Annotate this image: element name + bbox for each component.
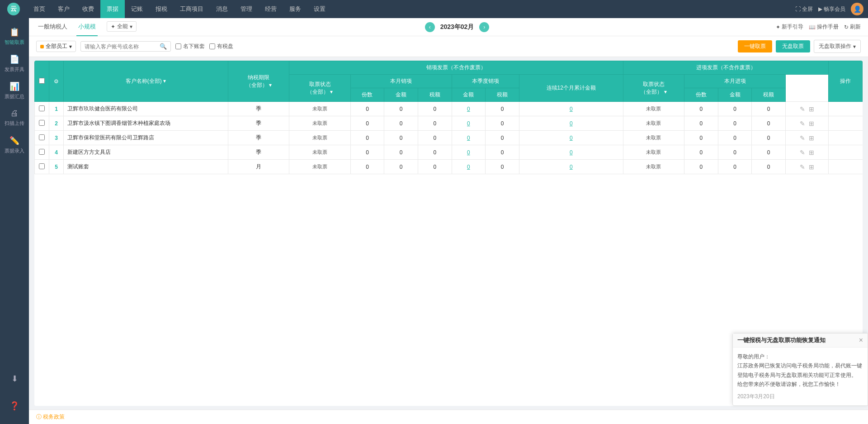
row-month-shares-0: 0 <box>350 102 384 116</box>
th-fetch-status-purchase: 取票状态（全部） ▾ <box>623 75 684 102</box>
edit-icon-2[interactable]: ✎ <box>800 134 805 142</box>
row-fetch1-1: 未取票 <box>289 116 350 131</box>
logo: 云 <box>5 0 23 18</box>
nav-item-报税[interactable]: 报税 <box>149 0 174 18</box>
tab-chevron: ▾ <box>130 24 132 30</box>
th-quarter-amount: 金额 <box>452 88 486 102</box>
row-period-3: 季 <box>228 145 289 160</box>
my-accounts-checkbox[interactable]: 名下账套 <box>175 43 205 50</box>
tax-policy-link[interactable]: ⓘ 税务政策 <box>36 413 65 421</box>
row-in-shares-3: 0 <box>684 145 718 160</box>
current-month: 2023年02月 <box>440 23 474 31</box>
nav-item-消息[interactable]: 消息 <box>210 0 234 18</box>
th-month-amount: 金额 <box>384 88 418 102</box>
sidebar-item-0[interactable]: 📋智能取票 <box>0 23 29 50</box>
edit-icon-4[interactable]: ✎ <box>800 163 805 171</box>
th-purchase-group: 进项发票（不含作废票） <box>623 61 828 75</box>
user-avatar[interactable]: 👤 <box>851 3 863 15</box>
nav-items: 首页客户收费票据记账报税工商项目消息管理经营服务设置 <box>27 0 795 18</box>
sidebar-bottom-icon-1: ❓ <box>9 401 19 411</box>
row-checkbox-3[interactable] <box>35 145 49 160</box>
row-actions-2: ✎ ⊞ <box>785 131 828 145</box>
edit-icon-3[interactable]: ✎ <box>800 149 805 156</box>
row-actions-3: ✎ ⊞ <box>785 145 828 160</box>
row-month-tax-1: 0 <box>418 116 452 131</box>
th-month-shares: 份数 <box>350 88 384 102</box>
prev-month-btn[interactable]: ‹ <box>425 22 435 32</box>
search-box: 🔍 <box>80 41 171 52</box>
row-quarter-amount-0: 0 <box>452 102 486 116</box>
nav-item-设置[interactable]: 设置 <box>307 0 332 18</box>
no-disk-ops-btn[interactable]: 无盘取票操作 ▾ <box>814 40 861 53</box>
nav-item-票据[interactable]: 票据 <box>100 0 125 18</box>
toolbar: 全部员工 ▾ 🔍 名下账套 有税盘 一键取票 无盘取票 无盘取票操作 ▾ <box>29 36 868 57</box>
search-input[interactable] <box>85 43 157 50</box>
row-num-3: 4 <box>49 145 64 160</box>
detail-icon-4[interactable]: ⊞ <box>809 163 814 171</box>
no-disk-fetch-btn[interactable]: 无盘取票 <box>776 40 810 52</box>
nav-item-记账[interactable]: 记账 <box>125 0 149 18</box>
row-checkbox-0[interactable] <box>35 102 49 116</box>
filter-dot <box>40 45 44 48</box>
detail-icon-2[interactable]: ⊞ <box>809 134 814 142</box>
row-in-amount-3: 0 <box>718 145 752 160</box>
detail-icon-1[interactable]: ⊞ <box>809 120 814 127</box>
nav-item-经营[interactable]: 经营 <box>259 0 283 18</box>
has-tax-disk-checkbox[interactable]: 有税盘 <box>209 43 233 50</box>
notif-close-btn[interactable]: × <box>859 336 863 344</box>
row-checkbox-4[interactable] <box>35 160 49 174</box>
one-key-fetch-btn[interactable]: 一键取票 <box>738 40 772 52</box>
edit-icon-1[interactable]: ✎ <box>800 120 805 127</box>
row-month-tax-0: 0 <box>418 102 452 116</box>
sidebar-icon-4: ✏️ <box>9 136 19 146</box>
row-month-tax-4: 0 <box>418 160 452 174</box>
next-month-btn[interactable]: › <box>479 22 489 32</box>
sub-tab-1[interactable]: 小规模 <box>76 18 98 36</box>
sidebar-item-1[interactable]: 📄发票开具 <box>0 50 29 77</box>
fullscreen-btn[interactable]: ⛶ 全屏 <box>795 5 813 13</box>
sidebar-bottom-1[interactable]: ❓ <box>0 392 29 419</box>
filter-chevron: ▾ <box>69 43 72 50</box>
row-period-0: 季 <box>228 102 289 116</box>
sidebar-bottom-0[interactable]: ⬇ <box>0 365 29 392</box>
sidebar-item-2[interactable]: 📊票据汇总 <box>0 77 29 104</box>
row-quarter-amount-1: 0 <box>452 116 486 131</box>
th-year-amount: 连续12个月累计金额 <box>519 75 623 102</box>
row-quarter-tax-1: 0 <box>486 116 519 131</box>
th-tax-period: 纳税期限（全部） ▾ <box>228 61 289 102</box>
row-name-3: 新建区方方文具店 <box>64 145 228 160</box>
nav-item-管理[interactable]: 管理 <box>234 0 259 18</box>
sub-tabs-bar: 一般纳税人小规模 ✦ 全能 ▾ ‹ 2023年02月 › ✦ 新手引导 📖 操作… <box>29 18 868 36</box>
edit-icon-0[interactable]: ✎ <box>800 105 805 113</box>
sidebar-item-3[interactable]: 🖨扫描上传 <box>0 104 29 131</box>
detail-icon-3[interactable]: ⊞ <box>809 149 814 156</box>
manual-btn[interactable]: 📖 操作手册 <box>809 23 839 31</box>
detail-icon-0[interactable]: ⊞ <box>809 105 814 113</box>
guide-btn[interactable]: ✦ 新手引导 <box>776 23 803 31</box>
row-month-amount-3: 0 <box>384 145 418 160</box>
notif-apology: 给您带来的不便敬请谅解，祝您工作愉快！ <box>737 380 863 389</box>
row-checkbox-1[interactable] <box>35 116 49 131</box>
nav-item-工商项目[interactable]: 工商项目 <box>174 0 210 18</box>
sub-tab-0[interactable]: 一般纳税人 <box>36 18 69 36</box>
employee-filter[interactable]: 全部员工 ▾ <box>36 41 76 52</box>
nav-item-收费[interactable]: 收费 <box>76 0 100 18</box>
sub-tab-label-2: 全能 <box>117 23 128 30</box>
nav-item-客户[interactable]: 客户 <box>52 0 76 18</box>
search-icon[interactable]: 🔍 <box>160 43 167 50</box>
row-quarter-tax-2: 0 <box>486 131 519 145</box>
row-quarter-amount-4: 0 <box>452 160 486 174</box>
refresh-btn[interactable]: ↻ 刷新 <box>844 23 861 31</box>
sidebar-item-4[interactable]: ✏️票据录入 <box>0 131 29 158</box>
nav-item-服务[interactable]: 服务 <box>283 0 307 18</box>
row-fetch1-0: 未取票 <box>289 102 350 116</box>
sidebar-icon-2: 📊 <box>9 81 19 91</box>
sub-tab-2[interactable]: ✦ 全能 ▾ <box>105 18 138 36</box>
toolbar-right: 一键取票 无盘取票 无盘取票操作 ▾ <box>738 40 861 53</box>
member-btn[interactable]: ▶ 畅享会员 <box>818 5 845 13</box>
nav-item-首页[interactable]: 首页 <box>27 0 52 18</box>
select-all-checkbox[interactable] <box>39 78 45 84</box>
row-checkbox-2[interactable] <box>35 131 49 145</box>
table-row: 4 新建区方方文具店 季 未取票 0 0 0 0 0 0 未取票 0 0 0 ✎… <box>35 145 863 160</box>
row-fetch1-2: 未取票 <box>289 131 350 145</box>
